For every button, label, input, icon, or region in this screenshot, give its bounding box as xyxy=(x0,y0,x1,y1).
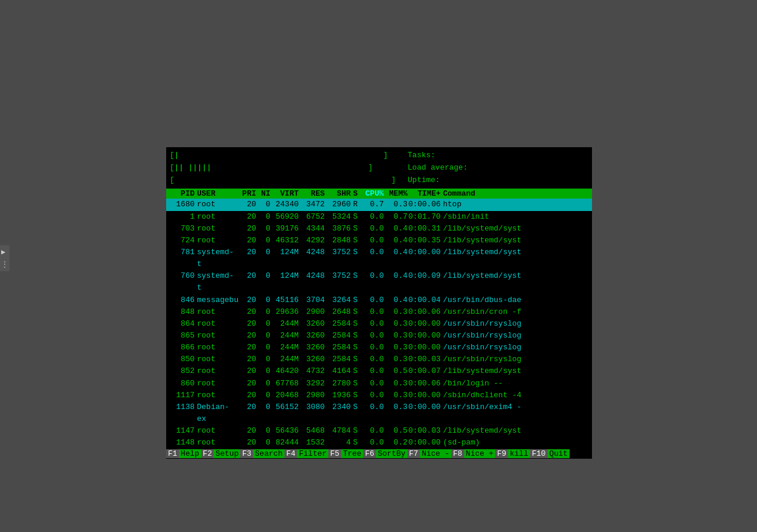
virt: 244M xyxy=(270,353,299,365)
pri: 20 xyxy=(237,330,256,342)
pid: 724 xyxy=(170,235,195,246)
ni: 0 xyxy=(256,437,270,449)
footer-item[interactable]: F10Quit xyxy=(530,449,570,458)
virt: 46312 xyxy=(270,235,299,246)
table-row[interactable]: 850 root 20 0 244M 3260 2584 S 0.0 0.3 0… xyxy=(166,353,592,365)
mem-percent: 0.4 xyxy=(384,223,407,235)
arrow-right[interactable]: ▶ xyxy=(1,248,8,257)
command: /bin/login -- xyxy=(441,378,588,390)
cpu-bar: [| xyxy=(170,150,179,162)
uptime-label: Uptime: xyxy=(407,174,440,187)
table-row[interactable]: 852 root 20 0 46420 4732 4164 S 0.0 0.5 … xyxy=(166,365,592,377)
pid: 1138 xyxy=(170,401,195,425)
table-row[interactable]: 703 root 20 0 39176 4344 3876 S 0.0 0.4 … xyxy=(166,223,592,235)
ni: 0 xyxy=(256,199,270,210)
table-row[interactable]: 760 systemd-t 20 0 124M 4248 3752 S 0.0 … xyxy=(166,270,592,294)
user: root xyxy=(195,223,237,235)
user: systemd-t xyxy=(195,246,237,270)
table-row[interactable]: 865 root 20 0 244M 3260 2584 S 0.0 0.3 0… xyxy=(166,330,592,342)
shr: 2848 xyxy=(325,235,351,246)
time: 0:00.31 xyxy=(407,223,441,235)
load-label: Load average: xyxy=(407,162,467,174)
virt: 124M xyxy=(270,270,299,294)
pid: 1 xyxy=(170,211,195,223)
table-row[interactable]: 1117 root 20 0 20468 2980 1936 S 0.0 0.3… xyxy=(166,390,592,401)
mem-percent: 0.3 xyxy=(384,199,407,210)
state: S xyxy=(351,378,360,390)
table-row[interactable]: 724 root 20 0 46312 4292 2848 S 0.0 0.4 … xyxy=(166,235,592,246)
cpu-percent: 0.0 xyxy=(360,318,384,330)
terminal-window: [| ] [ || ||||| xyxy=(166,147,592,459)
virt: 29636 xyxy=(270,306,299,318)
footer-item[interactable]: F1Help xyxy=(166,449,201,458)
footer-item[interactable]: F8Nice + xyxy=(451,449,495,458)
mem-percent: 0.3 xyxy=(384,378,407,390)
table-row[interactable]: 866 root 20 0 244M 3260 2584 S 0.0 0.3 0… xyxy=(166,342,592,353)
time: 0:00.00 xyxy=(407,318,441,330)
pri: 20 xyxy=(237,306,256,318)
cpu-percent: 0.0 xyxy=(360,365,384,377)
pid: 864 xyxy=(170,318,195,330)
mem-percent: 0.3 xyxy=(384,390,407,401)
res: 4732 xyxy=(299,365,325,377)
shr: 3752 xyxy=(325,246,351,270)
table-row[interactable]: 860 root 20 0 67768 3292 2780 S 0.0 0.3 … xyxy=(166,378,592,390)
virt: 124M xyxy=(270,246,299,270)
shr: 2780 xyxy=(325,378,351,390)
mem-percent: 0.3 xyxy=(384,306,407,318)
user: root xyxy=(195,235,237,246)
footer-item[interactable]: F6SortBy xyxy=(363,449,407,458)
mem-percent: 0.4 xyxy=(384,235,407,246)
footer-item[interactable]: F9kill xyxy=(495,449,530,458)
res: 4344 xyxy=(299,223,325,235)
footer-item[interactable]: F2Setup xyxy=(201,449,241,458)
user: root xyxy=(195,425,237,437)
footer-item[interactable]: F4Filter xyxy=(284,449,328,458)
footer-item[interactable]: F7Nice - xyxy=(407,449,451,458)
mem-percent: 0.4 xyxy=(384,294,407,306)
table-row[interactable]: 848 root 20 0 29636 2900 2648 S 0.0 0.3 … xyxy=(166,306,592,318)
table-row[interactable]: 1147 root 20 0 56436 5468 4784 S 0.0 0.5… xyxy=(166,425,592,437)
pri: 20 xyxy=(237,390,256,401)
command: /usr/sbin/rsyslog xyxy=(441,330,588,342)
footer-label: Tree xyxy=(341,449,363,458)
system-stats: Tasks: Load average: Uptime: xyxy=(396,150,588,186)
mem-percent: 0.5 xyxy=(384,365,407,377)
col-header-mem: MEM% xyxy=(384,189,407,198)
pid: 852 xyxy=(170,365,195,377)
table-row[interactable]: 1138 Debian-ex 20 0 56152 3080 2340 S 0.… xyxy=(166,401,592,425)
state: R xyxy=(351,199,360,210)
state: S xyxy=(351,306,360,318)
table-row[interactable]: 846 messagebu 20 0 45116 3704 3264 S 0.0… xyxy=(166,294,592,306)
shr: 3752 xyxy=(325,270,351,294)
col-header-pri: PRI xyxy=(237,189,256,198)
col-header-s: S xyxy=(351,189,360,198)
cpu-percent: 0.0 xyxy=(360,246,384,270)
footer-key: F9 xyxy=(495,449,508,458)
cpu-percent: 0.0 xyxy=(360,270,384,294)
table-row[interactable]: 864 root 20 0 244M 3260 2584 S 0.0 0.3 0… xyxy=(166,318,592,330)
pid: 846 xyxy=(170,294,195,306)
shr: 2584 xyxy=(325,330,351,342)
footer-item[interactable]: F5Tree xyxy=(328,449,363,458)
command: /sbin/dhclient -4 xyxy=(441,390,588,401)
time: 0:00.03 xyxy=(407,353,441,365)
user: root xyxy=(195,330,237,342)
table-row[interactable]: 1 root 20 0 56920 6752 5324 S 0.0 0.7 0:… xyxy=(166,211,592,223)
virt: 24340 xyxy=(270,199,299,210)
table-row[interactable]: 1680 root 20 0 24340 3472 2960 R 0.7 0.3… xyxy=(166,199,592,210)
command: /sbin/init xyxy=(441,211,588,223)
footer-item[interactable]: F3Search xyxy=(240,449,284,458)
ni: 0 xyxy=(256,306,270,318)
mem-percent: 0.4 xyxy=(384,270,407,294)
table-row[interactable]: 781 systemd-t 20 0 124M 4248 3752 S 0.0 … xyxy=(166,246,592,270)
col-header-virt: VIRT xyxy=(270,189,299,198)
user: root xyxy=(195,437,237,449)
mem-percent: 0.5 xyxy=(384,425,407,437)
pid: 1148 xyxy=(170,437,195,449)
command: /usr/bin/dbus-dae xyxy=(441,294,588,306)
mem-percent: 0.3 xyxy=(384,401,407,425)
virt: 20468 xyxy=(270,390,299,401)
table-row[interactable]: 1148 root 20 0 82444 1532 4 S 0.0 0.2 0:… xyxy=(166,437,592,449)
sidebar-arrows: ▶ ⋮ xyxy=(0,245,9,271)
